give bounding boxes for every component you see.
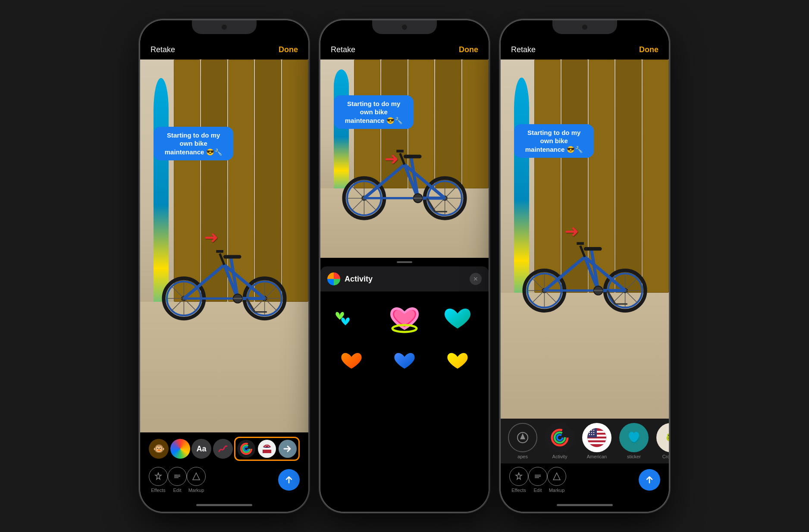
edit-icon-svg xyxy=(172,472,182,481)
activity-picker-title: Activity xyxy=(345,275,373,284)
svg-rect-108 xyxy=(587,428,597,438)
flag-svg xyxy=(261,443,273,455)
send-button-1[interactable] xyxy=(278,469,300,491)
bike-scene-2: ➜ Starting to do my own bike maintenance… xyxy=(320,59,489,258)
retake-button-3[interactable]: Retake xyxy=(511,45,536,54)
arrow-sticker-icon[interactable] xyxy=(279,440,297,458)
send-icon-3 xyxy=(645,475,654,485)
retake-button-2[interactable]: Retake xyxy=(331,45,355,54)
text-icon[interactable]: Aa xyxy=(191,439,211,459)
bike-scene-1: ➜ Starting to do my own bike maintenance… xyxy=(140,59,308,432)
edit-button-3[interactable]: Edit xyxy=(528,467,547,493)
edit-button-1[interactable]: Edit xyxy=(168,467,187,493)
pen-svg xyxy=(218,444,228,454)
svg-point-110 xyxy=(591,430,592,431)
markup-button-3[interactable]: Markup xyxy=(547,467,566,493)
sticker-svg-4 xyxy=(334,350,369,374)
sticker-svg-5 xyxy=(387,350,422,374)
drag-indicator xyxy=(320,258,489,266)
american-strip-icon xyxy=(582,423,611,452)
arrow-sticker-3: ➜ xyxy=(564,221,579,241)
effects-icon-circle xyxy=(149,467,168,486)
send-icon-1 xyxy=(284,475,294,485)
strip-item-american[interactable]: American xyxy=(582,423,612,459)
sticker-item-5[interactable] xyxy=(380,347,428,377)
send-button-3[interactable] xyxy=(639,469,660,491)
arrow-svg xyxy=(282,443,294,455)
bike-svg-1 xyxy=(157,153,292,395)
sticker-item-6[interactable] xyxy=(434,347,482,377)
bike-svg-3 xyxy=(517,149,652,382)
sticker-grid xyxy=(320,291,489,384)
nav-bar-3: Retake Done xyxy=(501,42,669,59)
activity-ring-svg xyxy=(240,442,253,455)
activity-ring-icon[interactable] xyxy=(237,440,255,458)
drag-bar xyxy=(397,261,412,263)
svg-marker-40 xyxy=(193,473,200,480)
text-bubble-1: Starting to do my own bike maintenance 😎… xyxy=(154,127,233,161)
effects-button-1[interactable]: Effects xyxy=(149,467,168,493)
home-bar-3 xyxy=(557,504,613,506)
crossy-strip-label: Crossy I xyxy=(662,454,669,459)
sticker-strip-icon xyxy=(619,423,649,452)
svg-rect-20 xyxy=(223,255,241,259)
phone-2-screen: Retake Done xyxy=(320,20,489,512)
markup-icon-circle-3 xyxy=(547,467,566,486)
strip-item-shapes[interactable]: apes xyxy=(508,423,538,459)
effects-button-3[interactable]: Effects xyxy=(509,467,528,493)
svg-rect-107 xyxy=(587,442,606,444)
done-button-1[interactable]: Done xyxy=(279,45,298,54)
toolbar-area-1: 🐵 Aa xyxy=(140,432,308,512)
retake-button-1[interactable]: Retake xyxy=(151,45,175,54)
status-bar-3 xyxy=(501,20,669,42)
svg-rect-89 xyxy=(584,247,602,250)
phones-container: Retake Done xyxy=(140,20,669,512)
svg-point-39 xyxy=(176,475,176,476)
svg-point-109 xyxy=(589,430,590,431)
bubble-text-1: Starting to do my own bike maintenance 😎… xyxy=(160,131,227,156)
american-flag-svg xyxy=(586,427,607,448)
image-area-2: ➜ Starting to do my own bike maintenance… xyxy=(320,59,489,258)
sticker-item-2[interactable] xyxy=(380,298,428,341)
color-wheel-icon[interactable] xyxy=(170,439,190,459)
effects-icon-circle-3 xyxy=(509,467,528,486)
strip-item-sticker[interactable]: sticker xyxy=(619,423,649,459)
status-bar-1 xyxy=(140,20,308,42)
toolbar-bottom-1: Effects Edit xyxy=(140,463,308,498)
flag-sticker-icon[interactable] xyxy=(258,440,276,458)
effects-label-3: Effects xyxy=(511,488,526,493)
image-area-3: ➜ Starting to do my own bike maintenance… xyxy=(501,59,669,419)
selected-sticker-group xyxy=(234,437,300,461)
markup-icon-svg xyxy=(191,472,201,481)
markup-label-3: Markup xyxy=(549,488,565,493)
svg-marker-97 xyxy=(520,433,525,439)
done-button-3[interactable]: Done xyxy=(639,45,658,54)
edit-icon-circle xyxy=(168,467,187,486)
markup-button-1[interactable]: Markup xyxy=(187,467,206,493)
sticker-item-4[interactable] xyxy=(327,347,375,377)
done-button-2[interactable]: Done xyxy=(459,45,478,54)
home-indicator-1 xyxy=(140,498,308,512)
strip-item-activity[interactable]: Activity xyxy=(545,423,575,459)
svg-point-117 xyxy=(593,434,594,435)
activity-strip-icon xyxy=(545,423,574,452)
shapes-icon-svg xyxy=(516,431,530,444)
pen-icon[interactable] xyxy=(213,439,233,459)
monkey-emoji: 🐵 xyxy=(153,443,165,454)
monkey-icon[interactable]: 🐵 xyxy=(149,439,169,459)
activity-picker-close[interactable]: ✕ xyxy=(470,273,482,285)
sticker-item-3[interactable] xyxy=(434,298,482,341)
edit-icon-svg-3 xyxy=(533,472,542,481)
crossy-strip-icon: 🐸 xyxy=(656,423,669,452)
sticker-item-1[interactable] xyxy=(327,298,375,341)
edit-icon-circle-3 xyxy=(528,467,547,486)
svg-point-29 xyxy=(245,447,248,451)
svg-point-116 xyxy=(591,434,592,435)
strip-item-crossy[interactable]: 🐸 Crossy I xyxy=(656,423,669,459)
svg-point-100 xyxy=(557,435,563,441)
phone-1: Retake Done xyxy=(140,20,308,512)
home-bar-1 xyxy=(196,504,252,506)
sticker-svg-6 xyxy=(440,350,475,374)
svg-point-113 xyxy=(591,432,592,433)
activity-title-row: Activity xyxy=(327,272,373,285)
